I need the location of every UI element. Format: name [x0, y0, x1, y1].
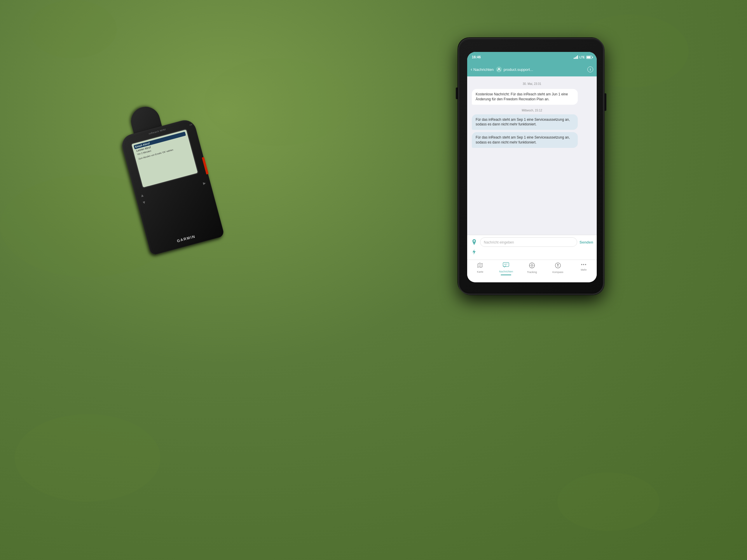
tab-nachrichten[interactable]: Nachrichten	[493, 262, 519, 275]
input-row-1: Nachricht eingeben Senden	[471, 237, 593, 247]
nachrichten-active-indicator	[501, 274, 511, 275]
signal-bars-icon	[574, 55, 578, 59]
input-row-2	[471, 248, 593, 256]
tracking-icon	[529, 262, 535, 270]
karte-label: Karte	[477, 270, 484, 273]
garmin-label-text: GARMIN	[177, 234, 196, 243]
lte-icon: LTE	[579, 56, 585, 59]
message-bubble-1: Kostenlose Nachricht: Für das inReach st…	[472, 89, 578, 105]
karte-icon	[477, 262, 483, 269]
person-icon	[497, 68, 501, 71]
nachrichten-label: Nachrichten	[499, 270, 513, 273]
phone-side-button-right[interactable]	[604, 93, 607, 111]
battery-icon	[586, 56, 592, 59]
bolt-icon	[471, 248, 478, 256]
input-area: Nachricht eingeben Senden	[467, 235, 597, 260]
garmin-nav-down-icon[interactable]: ▼	[141, 200, 147, 205]
phone-screen: 16:46 LTE	[467, 52, 597, 282]
time-separator: Mittwoch, 15:12	[472, 109, 592, 112]
garmin-nav-up-icon[interactable]: ▲	[140, 193, 145, 198]
info-label: i	[590, 68, 591, 71]
send-button[interactable]: Senden	[579, 240, 593, 244]
message-placeholder: Nachricht eingeben	[484, 240, 514, 244]
tab-kompass[interactable]: Kompass	[545, 262, 571, 273]
nav-title-area: product.support...	[496, 66, 585, 72]
message-text-3: Für das inReach steht am Sep 1 eine Serv…	[475, 135, 570, 144]
nav-bar: ‹ Nachrichten product.support... i	[467, 62, 597, 76]
contact-name: product.support...	[504, 68, 533, 72]
kompass-label: Kompass	[552, 271, 564, 273]
tab-bar: Karte Nachrichten	[467, 260, 597, 282]
svg-point-0	[498, 68, 499, 70]
garmin-ok-label: OK	[189, 123, 192, 126]
svg-point-6	[531, 265, 533, 266]
message-text-2: Für das inReach steht am Sep 1 eine Serv…	[475, 117, 570, 127]
back-chevron-icon: ‹	[471, 67, 472, 72]
tracking-label: Tracking	[527, 271, 537, 273]
message-text-1: Kostenlose Nachricht: Für das inReach st…	[475, 92, 568, 101]
garmin-brand-label: GARMIN	[149, 226, 223, 250]
location-pin-icon	[471, 239, 478, 246]
garmin-ok-button[interactable]: OK	[189, 123, 192, 126]
mehr-label: Mehr	[581, 268, 587, 271]
contact-avatar-icon	[496, 66, 502, 72]
back-label: Nachrichten	[473, 68, 493, 72]
background	[0, 0, 747, 560]
status-time: 16:46	[472, 55, 481, 59]
phone-device: 16:46 LTE	[455, 35, 607, 297]
message-bubble-2: Für das inReach steht am Sep 1 eine Serv…	[472, 114, 578, 130]
garmin-model-label: inReach MINI	[149, 128, 166, 135]
date-separator: 30. Mai, 23:31	[472, 82, 592, 85]
chat-area: 30. Mai, 23:31 Kostenlose Nachricht: Für…	[467, 76, 597, 235]
back-button[interactable]: ‹ Nachrichten	[471, 67, 494, 72]
status-bar: 16:46 LTE	[467, 52, 597, 62]
tab-tracking[interactable]: Tracking	[519, 262, 545, 273]
phone-case: 16:46 LTE	[458, 38, 604, 295]
status-icons: LTE	[574, 55, 592, 59]
message-input[interactable]: Nachricht eingeben	[480, 237, 577, 247]
message-bubble-3: Für das inReach steht am Sep 1 eine Serv…	[472, 132, 578, 148]
nachrichten-icon	[503, 262, 509, 269]
tab-mehr[interactable]: ••• Mehr	[571, 262, 597, 271]
tab-karte[interactable]: Karte	[467, 262, 493, 273]
info-button[interactable]: i	[587, 66, 593, 72]
garmin-red-stripe	[202, 157, 209, 175]
phone-side-button-left[interactable]	[456, 87, 458, 99]
svg-point-1	[473, 240, 475, 242]
garmin-nav-right-icon[interactable]: ▶	[203, 181, 206, 186]
mehr-icon: •••	[581, 262, 587, 267]
kompass-icon	[555, 262, 561, 270]
